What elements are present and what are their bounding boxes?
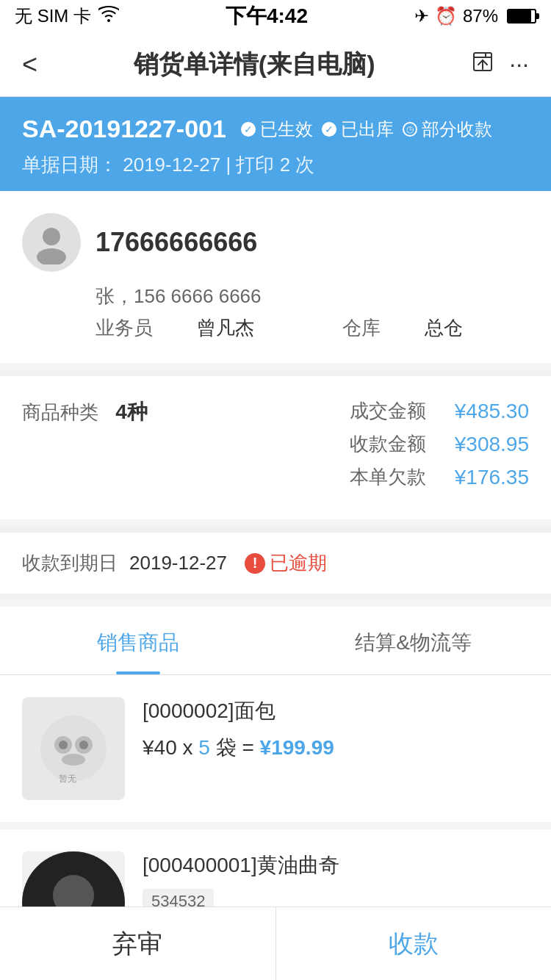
owed-value: ¥176.35 — [441, 466, 529, 489]
type-label: 商品种类 4种 — [22, 398, 148, 426]
battery-percent: 87% — [463, 6, 498, 26]
tab-sales-products[interactable]: 销售商品 — [0, 607, 276, 674]
svg-point-3 — [40, 716, 107, 782]
received-label: 收款金额 — [350, 431, 426, 457]
due-label: 收款到期日 — [22, 550, 118, 576]
warehouse-name: 总仓 — [425, 315, 463, 341]
svg-point-2 — [37, 248, 66, 264]
carrier-label: 无 SIM 卡 — [15, 4, 91, 28]
avatar — [22, 213, 81, 272]
customer-section: 17666666666 张，156 6666 6666 业务员 曾凡杰 仓库 总… — [0, 191, 551, 363]
check-icon-2: ✓ — [322, 122, 336, 137]
product-image-bread: 暂无 — [22, 697, 125, 800]
divider-2 — [0, 527, 551, 533]
back-button[interactable]: < — [22, 49, 37, 80]
owed-label: 本单欠款 — [350, 464, 426, 490]
bottom-actions: 弃审 收款 — [0, 907, 551, 980]
customer-meta: 业务员 曾凡杰 仓库 总仓 — [96, 315, 529, 341]
product-total-bread: ¥199.99 — [260, 736, 334, 759]
svg-point-8 — [62, 754, 85, 765]
product-info-bread: [0000002]面包 ¥40 x 5 袋 = ¥199.99 — [143, 697, 529, 762]
stats-right: 成交金额 ¥485.30 收款金额 ¥308.95 本单欠款 ¥176.35 — [350, 398, 529, 497]
page-title: 销货单详情(来自电脑) — [134, 48, 375, 82]
divider-1 — [0, 370, 551, 376]
product-name-cookie: [000400001]黄油曲奇 — [143, 851, 529, 879]
sales-name: 曾凡杰 — [197, 315, 254, 341]
status-time: 下午4:42 — [226, 2, 308, 30]
check-icon: ✓ — [241, 122, 256, 137]
overdue-badge: ! 已逾期 — [245, 550, 327, 576]
date-label: 单据日期： — [22, 154, 118, 176]
sales-label: 业务员 — [96, 315, 153, 341]
nav-actions: ··· — [471, 50, 529, 79]
customer-row: 17666666666 — [22, 213, 529, 272]
tab-settlement-logistics[interactable]: 结算&物流等 — [276, 607, 551, 674]
svg-text:暂无: 暂无 — [59, 774, 76, 784]
banner-date-row: 单据日期： 2019-12-27 | 打印 2 次 — [22, 152, 529, 178]
type-value: 4种 — [115, 400, 148, 423]
product-name-bread: [0000002]面包 — [143, 697, 529, 725]
status-right: ✈ ⏰ 87% — [414, 6, 536, 26]
cancel-button[interactable]: 弃审 — [0, 907, 276, 980]
deal-amount-label: 成交金额 — [350, 398, 426, 424]
status-badge-partial: ◷ 部分收款 — [403, 118, 492, 141]
svg-point-1 — [43, 228, 60, 245]
owed-row: 本单欠款 ¥176.35 — [350, 464, 529, 490]
print-unit: 次 — [295, 154, 314, 176]
warehouse-label: 仓库 — [342, 315, 381, 341]
wifi-icon — [98, 6, 119, 26]
nav-bar: < 销货单详情(来自电脑) ··· — [0, 32, 551, 97]
stats-left: 商品种类 4种 — [22, 398, 148, 432]
status-badge-shipped: ✓ 已出库 — [322, 118, 394, 141]
overdue-text: 已逾期 — [270, 550, 327, 576]
product-placeholder-bread: 暂无 — [22, 697, 125, 800]
due-section: 收款到期日 2019-12-27 ! 已逾期 — [0, 533, 551, 599]
order-header-banner: SA-20191227-001 ✓ 已生效 ✓ 已出库 ◷ 部分收款 单据日期：… — [0, 97, 551, 191]
product-qty-bread: 5 — [198, 736, 210, 759]
deal-amount-value: ¥485.30 — [441, 400, 529, 423]
banner-row1: SA-20191227-001 ✓ 已生效 ✓ 已出库 ◷ 部分收款 — [22, 115, 529, 143]
order-date: 2019-12-27 — [123, 154, 220, 176]
received-row: 收款金额 ¥308.95 — [350, 431, 529, 457]
battery-icon — [507, 9, 536, 24]
order-id: SA-20191227-001 — [22, 115, 226, 143]
location-icon: ✈ — [414, 6, 429, 26]
status-badge-effective: ✓ 已生效 — [241, 118, 313, 141]
svg-point-6 — [59, 741, 68, 749]
share-button[interactable] — [471, 50, 494, 79]
customer-name-phone: 张，156 6666 6666 — [96, 284, 529, 309]
tabs-section: 销售商品 结算&物流等 — [0, 607, 551, 675]
overdue-icon: ! — [245, 553, 265, 574]
stats-section: 商品种类 4种 成交金额 ¥485.30 收款金额 ¥308.95 本单欠款 ¥… — [0, 376, 551, 519]
product-price-bread: ¥40 x 5 袋 = ¥199.99 — [143, 734, 529, 762]
confirm-button[interactable]: 收款 — [276, 907, 552, 980]
separator: | — [226, 154, 236, 176]
more-button[interactable]: ··· — [509, 51, 529, 78]
clock-icon: ◷ — [403, 122, 417, 137]
product-item-bread: 暂无 [0000002]面包 ¥40 x 5 袋 = ¥199.99 — [0, 675, 551, 822]
status-badges: ✓ 已生效 ✓ 已出库 ◷ 部分收款 — [241, 118, 492, 141]
alarm-icon: ⏰ — [435, 6, 457, 26]
svg-point-7 — [79, 741, 88, 749]
deal-amount-row: 成交金额 ¥485.30 — [350, 398, 529, 424]
status-bar: 无 SIM 卡 下午4:42 ✈ ⏰ 87% — [0, 0, 551, 32]
print-label: 打印 — [236, 154, 274, 176]
status-left: 无 SIM 卡 — [15, 4, 119, 28]
due-date: 2019-12-27 — [129, 552, 227, 574]
received-value: ¥308.95 — [441, 433, 529, 456]
customer-phone: 17666666666 — [96, 227, 257, 258]
